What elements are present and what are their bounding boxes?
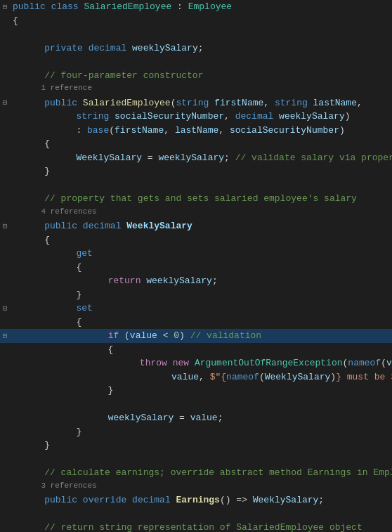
line-18: { <box>0 233 392 247</box>
gutter-10 <box>0 124 10 138</box>
gutter-7 <box>0 82 10 96</box>
code-line-16: 4 references <box>20 206 386 220</box>
code-line-13: } <box>20 164 386 179</box>
line-6: // four-parameter constructor <box>0 69 392 83</box>
code-line-29: } <box>39 384 386 398</box>
code-line-32: } <box>30 425 386 439</box>
line-35: // calculate earnings; override abstract… <box>0 466 392 480</box>
line-16: 4 references <box>0 206 392 220</box>
gutter-27 <box>0 356 10 370</box>
gutter-21 <box>0 274 10 288</box>
code-editor: ⊟ public class SalariedEmployee : Employ… <box>0 0 392 532</box>
code-line-3 <box>20 27 386 41</box>
code-line-5 <box>20 55 386 69</box>
code-line-30 <box>39 398 386 412</box>
code-line-4: private decimal weeklySalary; <box>20 41 386 56</box>
code-line-11: { <box>20 137 386 151</box>
line-20: { <box>0 261 392 275</box>
code-line-37: public override decimal Earnings() => We… <box>20 493 386 507</box>
code-line-26: { <box>39 343 386 357</box>
line-36: 3 references <box>0 480 392 494</box>
gutter-6 <box>0 69 10 83</box>
gutter-35 <box>0 466 10 480</box>
line-7: 1 reference <box>0 82 392 96</box>
gutter-2 <box>0 14 10 28</box>
code-line-28: value, $"{nameof(WeeklySalary)} must be … <box>59 370 392 384</box>
gutter-4 <box>0 41 10 56</box>
gutter-37 <box>0 493 10 507</box>
code-line-27: throw new ArgumentOutOfRangeException(na… <box>49 356 392 370</box>
gutter-33 <box>0 439 10 453</box>
line-21: return weeklySalary; <box>0 274 392 288</box>
code-line-38 <box>20 507 386 521</box>
gutter-15 <box>0 192 10 206</box>
code-line-19: get <box>30 247 386 261</box>
code-line-33: } <box>20 439 386 453</box>
code-line-18: { <box>20 233 386 247</box>
gutter-19 <box>0 247 10 261</box>
line-11: { <box>0 137 392 151</box>
code-line-15: // property that gets and sets salaried … <box>20 192 386 206</box>
gutter-31 <box>0 411 10 425</box>
code-line-17: public decimal WeeklySalary <box>20 219 386 233</box>
gutter-36 <box>0 480 10 494</box>
gutter-29 <box>0 384 10 398</box>
line-30 <box>0 398 392 412</box>
gutter-3 <box>0 27 10 41</box>
line-23: ⊟ set <box>0 301 392 316</box>
line-27: throw new ArgumentOutOfRangeException(na… <box>0 356 392 370</box>
gutter-38 <box>0 507 10 521</box>
collapse-25[interactable]: ⊟ <box>0 329 10 343</box>
code-line-24: { <box>30 316 386 330</box>
line-32: } <box>0 425 392 439</box>
line-37: public override decimal Earnings() => We… <box>0 493 392 507</box>
gutter-16 <box>0 206 10 220</box>
gutter-39 <box>0 521 10 532</box>
collapse-23[interactable]: ⊟ <box>0 301 10 316</box>
gutter-30 <box>0 398 10 412</box>
line-26: { <box>0 343 392 357</box>
gutter-32 <box>0 425 10 439</box>
collapse-17[interactable]: ⊟ <box>0 219 10 233</box>
code-line-39: // return string representation of Salar… <box>20 521 386 532</box>
collapse-1[interactable]: ⊟ <box>0 0 10 14</box>
line-10: : base(firstName, lastName, socialSecuri… <box>0 124 392 138</box>
line-24: { <box>0 316 392 330</box>
code-line-22: } <box>30 288 386 302</box>
code-line-25: if (value < 0) // validation <box>39 329 386 343</box>
line-8: ⊟ public SalariedEmployee(string firstNa… <box>0 96 392 110</box>
code-line-12: WeeklySalary = weeklySalary; // validate… <box>30 151 392 165</box>
gutter-18 <box>0 233 10 247</box>
line-12: WeeklySalary = weeklySalary; // validate… <box>0 151 392 165</box>
gutter-24 <box>0 316 10 330</box>
line-39: // return string representation of Salar… <box>0 521 392 532</box>
gutter-13 <box>0 164 10 179</box>
line-22: } <box>0 288 392 302</box>
line-3 <box>0 27 392 41</box>
code-line-14 <box>20 179 386 193</box>
code-line-23: set <box>30 301 386 316</box>
line-14 <box>0 179 392 193</box>
gutter-34 <box>0 453 10 467</box>
code-line-31: weeklySalary = value; <box>39 411 386 425</box>
code-line-35: // calculate earnings; override abstract… <box>20 466 392 480</box>
gutter-28 <box>0 370 10 384</box>
line-33: } <box>0 439 392 453</box>
code-line-9: string socialSecurityNumber, decimal wee… <box>30 110 386 124</box>
code-line-34 <box>20 453 386 467</box>
line-29: } <box>0 384 392 398</box>
line-17: ⊟ public decimal WeeklySalary <box>0 219 392 233</box>
line-38 <box>0 507 392 521</box>
collapse-8[interactable]: ⊟ <box>0 96 10 110</box>
code-line-1: public class SalariedEmployee : Employee <box>10 0 386 14</box>
line-34 <box>0 453 392 467</box>
line-2: { <box>0 14 392 28</box>
line-4: private decimal weeklySalary; <box>0 41 392 56</box>
code-line-20: { <box>30 261 386 275</box>
gutter-26 <box>0 343 10 357</box>
code-line-10: : base(firstName, lastName, socialSecuri… <box>30 124 386 138</box>
code-line-2: { <box>10 14 386 28</box>
line-1: ⊟ public class SalariedEmployee : Employ… <box>0 0 392 14</box>
code-line-36: 3 references <box>20 480 386 494</box>
gutter-9 <box>0 110 10 124</box>
